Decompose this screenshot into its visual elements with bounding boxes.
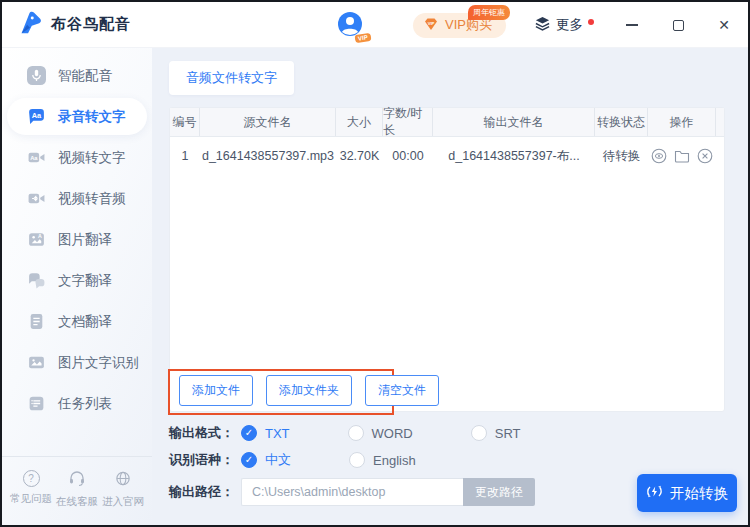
language-row: 识别语种： 中文 English <box>169 451 748 469</box>
format-option-srt[interactable]: SRT <box>471 425 521 441</box>
output-format-row: 输出格式： TXT WORD SRT <box>169 424 748 442</box>
sidebar-item-label: 文档翻译 <box>58 313 112 331</box>
maximize-icon <box>673 20 684 31</box>
document-translate-icon <box>26 312 46 332</box>
folder-icon <box>674 149 690 163</box>
format-option-txt[interactable]: TXT <box>241 425 290 441</box>
chat-translate-icon <box>26 271 46 291</box>
vip-gem-icon: VIP <box>423 17 439 34</box>
header-source-file: 源文件名 <box>200 108 336 136</box>
titlebar-controls: VIP VIP购买 周年钜惠 更多 <box>413 2 732 48</box>
output-format-label: 输出格式： <box>169 424 241 442</box>
close-button[interactable]: ✕ <box>716 15 732 35</box>
cell-actions <box>648 148 716 164</box>
sidebar-item-label: 视频转文字 <box>58 149 126 167</box>
svg-text:Aa: Aa <box>31 111 41 120</box>
main-content: 音频文件转文字 编号 源文件名 大小 字数/时长 输出文件名 转换状态 操作 1… <box>152 48 748 525</box>
cell-source-file: d_1641438557397.mp3 <box>200 149 336 163</box>
open-folder-button[interactable] <box>674 149 690 163</box>
online-support-label: 在线客服 <box>56 495 98 509</box>
minimize-button[interactable] <box>624 15 640 35</box>
official-site-button[interactable]: 进入官网 <box>102 470 144 509</box>
user-avatar[interactable]: VIP <box>337 11 367 41</box>
remove-file-button[interactable] <box>697 148 713 164</box>
vip-promo-badge: 周年钜惠 <box>468 5 510 20</box>
layers-icon <box>534 15 551 35</box>
sidebar-item-text-translate[interactable]: 文字翻译 <box>2 260 152 301</box>
sidebar-item-image-ocr[interactable]: 图片文字识别 <box>2 342 152 383</box>
avatar-icon <box>337 11 363 37</box>
add-file-button[interactable]: 添加文件 <box>179 375 253 406</box>
sidebar-item-audio-to-text[interactable]: Aa 录音转文字 <box>7 98 147 135</box>
image-translate-icon: A <box>26 230 46 250</box>
faq-button[interactable]: ? 常见问题 <box>10 470 52 509</box>
online-support-button[interactable]: 在线客服 <box>56 470 98 509</box>
cell-size: 32.70K <box>336 149 383 163</box>
x-circle-icon <box>697 148 713 164</box>
video-text-icon: Aa <box>26 148 46 168</box>
sidebar-item-task-list[interactable]: 任务列表 <box>2 383 152 424</box>
file-buttons-group: 添加文件 添加文件夹 清空文件 <box>179 375 439 406</box>
header-size: 大小 <box>336 108 383 136</box>
radio-checked-icon <box>241 425 257 441</box>
sidebar-item-document-translate[interactable]: 文档翻译 <box>2 301 152 342</box>
preview-button[interactable] <box>651 148 667 164</box>
file-table-card: 编号 源文件名 大小 字数/时长 输出文件名 转换状态 操作 1 d_16414… <box>169 107 725 412</box>
eye-icon <box>651 148 667 164</box>
globe-icon <box>114 470 132 490</box>
language-option-english[interactable]: English <box>349 452 416 468</box>
start-convert-label: 开始转换 <box>670 484 728 503</box>
header-index: 编号 <box>170 108 200 136</box>
video-audio-icon <box>26 189 46 209</box>
header-scrollbar-spacer <box>716 108 724 136</box>
titlebar: 布谷鸟配音 VIP VIP VIP购买 周年钜惠 <box>2 2 748 48</box>
sidebar-item-video-to-text[interactable]: Aa 视频转文字 <box>2 137 152 178</box>
cell-status: 待转换 <box>595 148 648 165</box>
body: 智能配音 Aa 录音转文字 Aa 视频转文字 视频转音频 <box>2 48 748 525</box>
close-icon: ✕ <box>718 18 730 32</box>
sidebar-item-smart-dubbing[interactable]: 智能配音 <box>2 55 152 96</box>
table-header: 编号 源文件名 大小 字数/时长 输出文件名 转换状态 操作 <box>170 108 724 137</box>
sidebar-item-image-translate[interactable]: A 图片翻译 <box>2 219 152 260</box>
language-label: 识别语种： <box>169 451 241 469</box>
radio-checked-icon <box>241 452 257 468</box>
radio-unchecked-icon <box>349 452 365 468</box>
sidebar-item-label: 智能配音 <box>58 67 112 85</box>
change-path-button[interactable]: 更改路径 <box>463 478 535 506</box>
start-convert-button[interactable]: 开始转换 <box>637 474 737 512</box>
avatar-vip-badge: VIP <box>355 33 372 43</box>
sidebar-item-video-to-audio[interactable]: 视频转音频 <box>2 178 152 219</box>
cell-output-file: d_1641438557397-布... <box>433 148 595 165</box>
question-icon: ? <box>23 470 40 487</box>
add-folder-button[interactable]: 添加文件夹 <box>266 375 352 406</box>
app-title: 布谷鸟配音 <box>51 15 131 34</box>
language-option-chinese[interactable]: 中文 <box>241 451 291 469</box>
more-menu-button[interactable]: 更多 <box>534 15 594 35</box>
official-site-label: 进入官网 <box>102 495 144 509</box>
minimize-icon <box>626 24 638 26</box>
vip-purchase-button[interactable]: VIP VIP购买 周年钜惠 <box>413 13 506 38</box>
clear-files-button[interactable]: 清空文件 <box>365 375 439 406</box>
output-path-input[interactable] <box>241 478 463 506</box>
sidebar-item-label: 视频转音频 <box>58 190 126 208</box>
app-window: 布谷鸟配音 VIP VIP VIP购买 周年钜惠 <box>0 0 750 527</box>
headset-icon <box>68 470 86 490</box>
format-option-word[interactable]: WORD <box>348 425 413 441</box>
maximize-button[interactable] <box>670 15 686 35</box>
tab-audio-to-text[interactable]: 音频文件转文字 <box>169 61 294 95</box>
header-output-file: 输出文件名 <box>433 108 595 136</box>
cell-index: 1 <box>170 149 200 163</box>
svg-text:Aa: Aa <box>30 155 38 161</box>
radio-unchecked-icon <box>348 425 364 441</box>
table-row: 1 d_1641438557397.mp3 32.70K 00:00 d_164… <box>170 137 724 175</box>
sidebar-item-label: 任务列表 <box>58 395 112 413</box>
output-path-label: 输出路径： <box>169 483 241 501</box>
speech-text-icon: Aa <box>26 107 46 127</box>
sidebar-item-label: 文字翻译 <box>58 272 112 290</box>
sidebar-footer: ? 常见问题 在线客服 进入官网 <box>2 456 152 525</box>
notification-dot <box>588 19 594 25</box>
task-list-icon <box>26 394 46 414</box>
svg-text:A: A <box>38 233 42 239</box>
brand: 布谷鸟配音 <box>16 10 131 40</box>
cell-duration: 00:00 <box>383 149 433 163</box>
